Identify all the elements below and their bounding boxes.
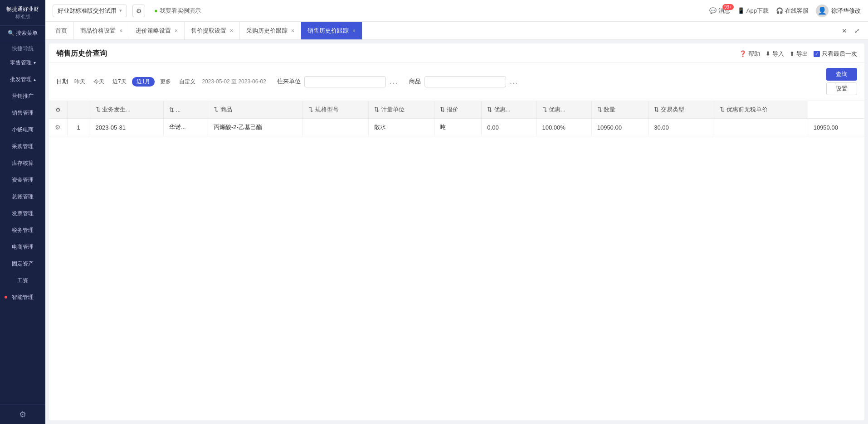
import-button[interactable]: ⬇ 导入: [766, 50, 784, 58]
col-price[interactable]: ⇅ 报价: [434, 101, 482, 119]
col-index: [67, 101, 90, 119]
col-extra[interactable]: ⇅ ...: [163, 101, 208, 119]
tab-close-all-button[interactable]: ✕: [839, 25, 850, 36]
tab-expand-button[interactable]: ⤢: [852, 25, 863, 36]
col-goods[interactable]: ⇅ 商品: [208, 101, 302, 119]
search-icon: 🔍: [8, 30, 15, 36]
sidebar-logo: 畅捷通好业财 标准版: [0, 0, 45, 26]
tab-goods-price[interactable]: 商品价格设置 ×: [74, 22, 129, 40]
tab-purchase-history[interactable]: 采购历史价跟踪 ×: [240, 22, 301, 40]
chevron-down-icon: ▾: [119, 8, 122, 14]
sort-icon: ⇅: [374, 106, 379, 113]
date-buttons: 昨天 今天 近7天 近1月 更多 自定义: [72, 77, 198, 87]
col-pretax-price[interactable]: ⇅ 优惠前无税单价: [714, 101, 808, 119]
sidebar-item-assets[interactable]: 固定资产: [0, 255, 45, 272]
date-filter-label: 日期: [56, 77, 68, 86]
topbar-demo-link[interactable]: ● 我要看实例演示: [154, 7, 201, 15]
sidebar-item-finance[interactable]: 资金管理: [0, 172, 45, 188]
tab-sales-history-close[interactable]: ×: [352, 28, 356, 34]
goods-input[interactable]: [424, 76, 506, 87]
tab-purchase-strategy[interactable]: 进价策略设置 ×: [129, 22, 185, 40]
row-gear[interactable]: ⚙: [49, 119, 67, 136]
topbar-app-btn[interactable]: 📱 App下载: [737, 7, 769, 15]
tab-sales-history-label: 销售历史价跟踪: [307, 27, 349, 35]
only-last-checkbox[interactable]: ✓ 只看最后一次: [814, 50, 857, 58]
page-title: 销售历史价查询: [56, 49, 107, 58]
topbar-service-label: 在线客服: [785, 7, 809, 15]
import-icon: ⬇: [766, 50, 770, 57]
date-btn-1month[interactable]: 近1月: [132, 77, 155, 87]
col-unit[interactable]: ⇅ 计量单位: [369, 101, 434, 119]
sidebar-item-tax[interactable]: 税务管理: [0, 222, 45, 239]
tab-home-label: 首页: [55, 27, 67, 35]
goods-dots-button[interactable]: ...: [510, 77, 518, 86]
sidebar-item-salary[interactable]: 工资: [0, 272, 45, 289]
sidebar-item-search[interactable]: 🔍 搜索菜单: [0, 26, 45, 41]
query-button[interactable]: 查询: [826, 68, 857, 81]
sidebar-item-ecom2[interactable]: 电商管理: [0, 239, 45, 255]
sidebar-settings-button[interactable]: ⚙: [0, 405, 45, 424]
source-input[interactable]: [304, 76, 386, 87]
topbar-service-btn[interactable]: 🎧 在线客服: [776, 7, 809, 15]
table-header-row: ⚙ ⇅ 业务发生... ⇅ ... ⇅ 商品: [49, 101, 864, 119]
sidebar-item-sales[interactable]: 销售管理: [0, 105, 45, 121]
tab-sales-history[interactable]: 销售历史价跟踪 ×: [301, 22, 362, 40]
export-icon: ⬆: [790, 50, 795, 57]
tab-goods-price-close[interactable]: ×: [119, 28, 122, 34]
chevron-icon: ▴: [34, 77, 36, 82]
sidebar-item-ai[interactable]: 智能管理: [0, 289, 45, 306]
tab-goods-price-label: 商品价格设置: [80, 27, 116, 35]
date-filter-group: 日期 昨天 今天 近7天 近1月 更多 自定义 2023-05-02 至 202…: [56, 77, 266, 87]
sort-icon: ⇅: [440, 106, 445, 113]
sidebar-item-ecommerce[interactable]: 小畅电商: [0, 121, 45, 138]
sidebar-item-ledger[interactable]: 总账管理: [0, 188, 45, 205]
help-button[interactable]: ❓ 帮助: [739, 50, 760, 58]
topbar-message-btn[interactable]: 💬 消息 99+: [709, 7, 730, 15]
headset-icon: 🎧: [776, 7, 783, 14]
export-button[interactable]: ⬆ 导出: [790, 50, 808, 58]
row-goods: 丙烯酸-2-乙基己酯: [208, 119, 302, 136]
topbar-user-menu[interactable]: 👤 徐泽华修改: [816, 5, 861, 17]
row-index: 1: [67, 119, 90, 136]
tab-purchase-history-close[interactable]: ×: [291, 28, 294, 34]
sidebar-item-invoice[interactable]: 发票管理: [0, 205, 45, 222]
table-row: ⚙ 1 2023-05-31 华诺... 丙烯酸-2-乙基己酯 散水 吨 0.0…: [49, 119, 864, 136]
col-qty[interactable]: ⇅ 数量: [591, 101, 649, 119]
date-btn-today[interactable]: 今天: [91, 77, 107, 87]
source-dots-button[interactable]: ...: [390, 77, 398, 86]
date-btn-more[interactable]: 更多: [157, 77, 174, 87]
row-trade-type: [714, 119, 808, 136]
tab-price-extract-close[interactable]: ×: [230, 28, 233, 34]
demo-icon: ●: [154, 7, 158, 14]
date-btn-yesterday[interactable]: 昨天: [72, 77, 88, 87]
row-spec: [302, 119, 368, 136]
col-date[interactable]: ⇅ 业务发生...: [90, 101, 163, 119]
filter-area: 日期 昨天 今天 近7天 近1月 更多 自定义 2023-05-02 至 202…: [49, 63, 864, 101]
tab-price-extract[interactable]: 售价提取设置 ×: [185, 22, 240, 40]
topbar-settings-button[interactable]: ⚙: [132, 5, 145, 17]
sidebar-item-wholesale[interactable]: 批发管理 ▴: [0, 71, 45, 88]
sidebar-item-purchase[interactable]: 采购管理: [0, 138, 45, 155]
chevron-icon: ▾: [34, 60, 36, 65]
main-area: 好业财标准版交付试用 ▾ ⚙ ● 我要看实例演示 💬 消息 99+ 📱 App下…: [45, 0, 868, 424]
source-filter-label: 往来单位: [277, 77, 301, 86]
topbar-version-dropdown[interactable]: 好业财标准版交付试用 ▾: [53, 5, 127, 17]
tab-purchase-strategy-close[interactable]: ×: [175, 28, 178, 34]
sidebar-item-retail[interactable]: 零售管理 ▾: [0, 54, 45, 71]
settings-button[interactable]: 设置: [826, 82, 857, 95]
sidebar-item-inventory[interactable]: 库存核算: [0, 155, 45, 172]
col-discount2[interactable]: ⇅ 优惠...: [536, 101, 591, 119]
col-spec[interactable]: ⇅ 规格型号: [302, 101, 368, 119]
sidebar-item-marketing[interactable]: 营销推广: [0, 88, 45, 105]
sidebar-item-quicknav[interactable]: 快捷导航: [0, 41, 45, 54]
row-trade-type2: 吨: [434, 119, 482, 136]
data-table: ⚙ ⇅ 业务发生... ⇅ ... ⇅ 商品: [49, 101, 864, 136]
goods-filter-label: 商品: [409, 77, 421, 86]
sort-icon: ⇅: [720, 106, 725, 113]
tab-home[interactable]: 首页: [49, 22, 74, 40]
date-btn-7days[interactable]: 近7天: [110, 77, 129, 87]
row-date: 2023-05-31: [90, 119, 163, 136]
col-discount1[interactable]: ⇅ 优惠...: [482, 101, 536, 119]
date-btn-custom[interactable]: 自定义: [176, 77, 198, 87]
col-trade-type[interactable]: ⇅ 交易类型: [649, 101, 714, 119]
